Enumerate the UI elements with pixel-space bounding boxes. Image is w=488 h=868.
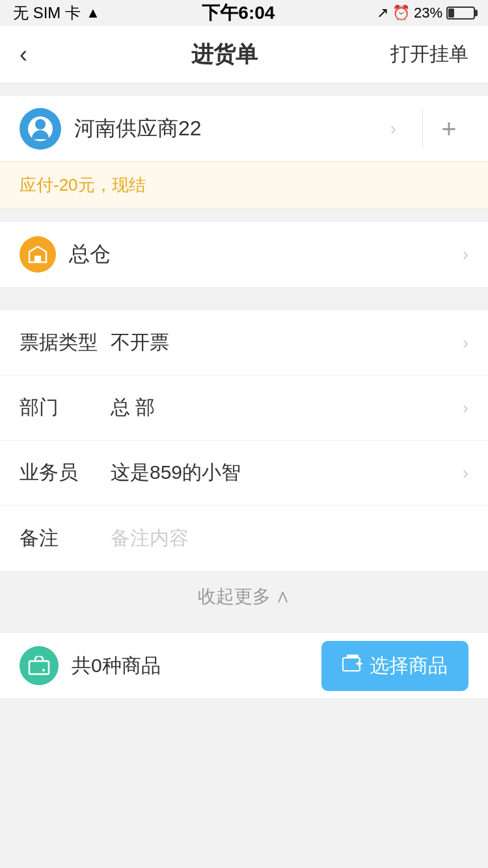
product-count: 共0种商品 (72, 653, 321, 679)
select-product-button[interactable]: 选择商品 (321, 641, 468, 691)
notice-bar: 应付-20元，现结 (0, 161, 488, 209)
bottom-bar: 共0种商品 选择商品 (0, 633, 488, 698)
bottom-grey-area (0, 698, 488, 868)
invoice-chevron-icon: › (463, 332, 468, 353)
plus-icon: + (441, 115, 456, 144)
remark-row[interactable]: 备注 备注内容 (0, 506, 488, 571)
status-time: 下午6:04 (202, 1, 275, 25)
divider-1 (0, 83, 488, 96)
form-section: 票据类型 不开票 › 部门 总 部 › 业务员 这是859的小智 › 备注 备注… (0, 310, 488, 571)
department-chevron-icon: › (463, 398, 468, 418)
carrier-text: 无 SIM 卡 (13, 3, 81, 23)
supplier-name: 河南供应商22 (74, 115, 390, 143)
collapse-label: 收起更多 ∧ (198, 584, 291, 609)
supplier-row[interactable]: 河南供应商22 › + (0, 96, 488, 161)
warehouse-icon (20, 236, 56, 273)
wifi-icon: ▲ (86, 5, 100, 21)
invoice-type-row[interactable]: 票据类型 不开票 › (0, 310, 488, 375)
department-row[interactable]: 部门 总 部 › (0, 375, 488, 441)
page-title: 进货单 (191, 40, 258, 70)
salesperson-chevron-icon: › (463, 463, 468, 483)
collapse-button[interactable]: 收起更多 ∧ (0, 571, 488, 623)
divider-3 (0, 287, 488, 300)
remark-input[interactable]: 备注内容 (111, 525, 468, 552)
salesperson-value: 这是859的小智 (111, 459, 463, 486)
back-button[interactable]: ‹ (20, 41, 59, 68)
notice-text: 应付-20元，现结 (20, 175, 146, 195)
invoice-type-value: 不开票 (111, 329, 463, 356)
supplier-divider (422, 109, 423, 148)
svg-point-2 (42, 669, 45, 671)
add-supplier-button[interactable]: + (429, 109, 468, 148)
divider-2 (0, 209, 488, 222)
supplier-section: 河南供应商22 › + 应付-20元，现结 (0, 96, 488, 209)
supplier-chevron-icon: › (390, 118, 396, 139)
product-icon (20, 646, 59, 685)
warehouse-chevron-icon: › (463, 244, 468, 265)
department-label: 部门 (20, 394, 111, 421)
status-bar: 无 SIM 卡 ▲ 下午6:04 ↗ ⏰ 23% (0, 0, 488, 26)
warehouse-row[interactable]: 总仓 › (0, 222, 488, 287)
status-right: ↗ ⏰ 23% (377, 5, 475, 21)
department-value: 总 部 (111, 394, 463, 421)
alarm-icon: ⏰ (392, 5, 410, 21)
svg-rect-0 (34, 256, 41, 262)
svg-rect-1 (29, 661, 49, 674)
invoice-type-label: 票据类型 (20, 329, 111, 356)
battery-icon (446, 7, 475, 20)
salesperson-row[interactable]: 业务员 这是859的小智 › (0, 441, 488, 506)
select-product-label: 选择商品 (370, 653, 448, 679)
nav-bar: ‹ 进货单 打开挂单 (0, 26, 488, 83)
salesperson-label: 业务员 (20, 459, 111, 486)
supplier-avatar (20, 108, 61, 150)
warehouse-section: 总仓 › (0, 222, 488, 287)
remark-label: 备注 (20, 525, 111, 552)
select-btn-icon (342, 655, 363, 677)
warehouse-name: 总仓 (69, 240, 463, 269)
location-icon: ↗ (377, 5, 388, 21)
status-carrier: 无 SIM 卡 ▲ (13, 3, 100, 23)
battery-percent: 23% (414, 5, 442, 21)
open-pending-button[interactable]: 打开挂单 (390, 41, 468, 68)
avatar-image (28, 116, 53, 141)
